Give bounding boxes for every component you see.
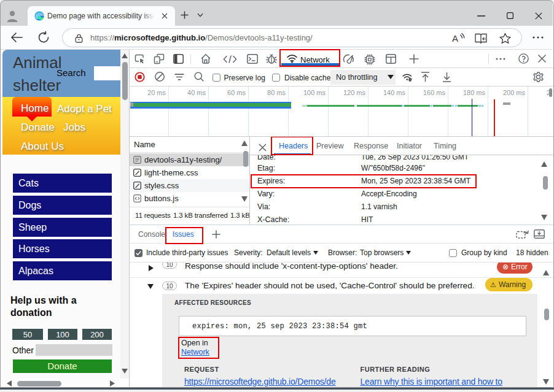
svg-text:A: A (452, 33, 458, 44)
